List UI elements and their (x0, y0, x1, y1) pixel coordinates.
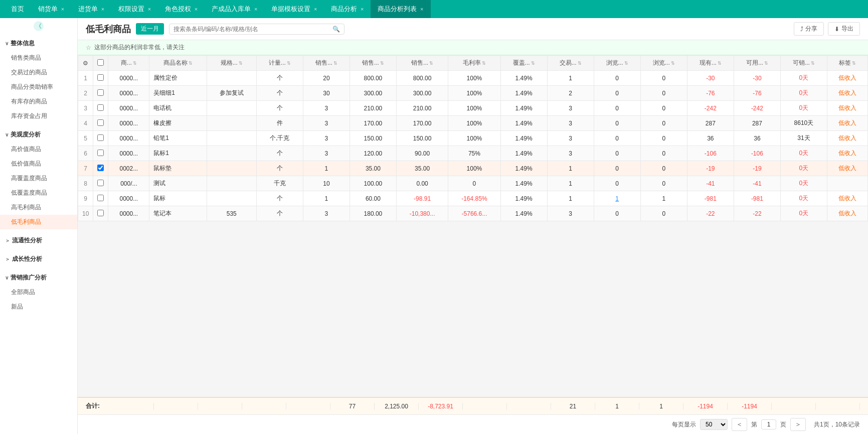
th-gross-margin[interactable]: 毛利率 ⇅ (448, 56, 500, 71)
time-filter-btn[interactable]: 近一月 (136, 23, 164, 35)
sidebar-section-growth-title[interactable]: ＞ 成长性分析 (0, 252, 77, 266)
row-checkbox-cell[interactable] (93, 206, 108, 221)
row-checkbox[interactable] (97, 210, 104, 216)
sidebar-section-aesthetic-title[interactable]: ∨ 美观度分析 (0, 127, 77, 142)
nav-analysis-list[interactable]: 商品分析列表 × (371, 0, 430, 18)
sidebar-section-growth: ＞ 成长性分析 (0, 250, 77, 268)
sidebar-item-stock-goods[interactable]: 有库存的商品 (0, 94, 77, 109)
sidebar-section-circulation-title[interactable]: ＞ 流通性分析 (0, 233, 77, 248)
nav-sales[interactable]: 销货单 × (31, 0, 71, 18)
nav-templates[interactable]: 单据模板设置 × (264, 0, 324, 18)
th-sale-amount[interactable]: 销售... ⇅ (396, 56, 448, 71)
page-size-select[interactable]: 50 100 200 (700, 419, 728, 430)
arrow-icon-3: ＞ (5, 237, 10, 244)
sidebar-collapse-btn[interactable]: 《 (34, 21, 44, 31)
th-browse-count[interactable]: 浏览... ⇅ (594, 56, 640, 71)
sidebar-section-marketing-title[interactable]: ∨ 营销推广分析 (0, 270, 77, 285)
row-current-stock: 36 (687, 131, 734, 146)
row-code: 0000... (108, 101, 149, 116)
search-icon[interactable]: 🔍 (332, 26, 340, 33)
nav-roles[interactable]: 角色授权 × (158, 0, 205, 18)
row-checkbox[interactable] (97, 119, 104, 126)
sidebar-item-low-margin[interactable]: 低毛利商品 (0, 215, 77, 229)
nav-purchase[interactable]: 进货单 × (71, 0, 111, 18)
th-settings[interactable]: ⚙ (78, 56, 93, 71)
nav-sales-close[interactable]: × (61, 6, 64, 12)
prev-page-btn[interactable]: ＜ (732, 418, 747, 431)
share-btn[interactable]: ⤴ 分享 (794, 22, 824, 36)
row-checkbox-cell[interactable] (93, 161, 108, 176)
row-checkbox-cell[interactable] (93, 71, 108, 86)
row-sellable-days: 0天 (780, 206, 827, 221)
th-tag[interactable]: 标签 ⇅ (827, 56, 867, 71)
row-checkbox[interactable] (97, 195, 104, 201)
row-browse-count: 0 (594, 206, 640, 221)
sidebar-item-all-goods[interactable]: 全部商品 (0, 285, 77, 300)
search-input[interactable] (173, 26, 329, 33)
row-checkbox-cell[interactable] (93, 131, 108, 146)
row-unit: 个 (256, 191, 303, 206)
row-checkbox[interactable] (97, 180, 104, 186)
row-checkbox[interactable] (97, 165, 104, 171)
row-checkbox-cell[interactable] (93, 176, 108, 191)
th-spec[interactable]: 规格... ⇅ (207, 56, 256, 71)
sidebar-item-high-value[interactable]: 高价值商品 (0, 142, 77, 157)
nav-analysis-close[interactable]: × (361, 6, 364, 12)
nav-products[interactable]: 产成品入库单 × (205, 0, 264, 18)
row-browse-count: 0 (594, 101, 640, 116)
th-browse-rate[interactable]: 浏览... ⇅ (640, 56, 687, 71)
sidebar-section-overall-title[interactable]: ∨ 整体信息 (0, 36, 77, 51)
nav-permissions-close[interactable]: × (148, 6, 151, 12)
nav-purchase-close[interactable]: × (101, 6, 104, 12)
row-checkbox-cell[interactable] (93, 101, 108, 116)
row-checkbox[interactable] (97, 104, 104, 111)
th-trade-count[interactable]: 交易... ⇅ (547, 56, 594, 71)
row-checkbox-cell[interactable] (93, 86, 108, 101)
row-checkbox-cell[interactable] (93, 116, 108, 131)
sidebar-item-low-value[interactable]: 低价值商品 (0, 157, 77, 171)
th-unit[interactable]: 计量... ⇅ (256, 56, 303, 71)
row-available-stock: -76 (734, 86, 780, 101)
row-sellable-days: 0天 (780, 86, 827, 101)
row-checkbox[interactable] (97, 74, 104, 81)
nav-templates-close[interactable]: × (314, 6, 317, 12)
sidebar-item-low-coverage[interactable]: 低覆盖度商品 (0, 186, 77, 200)
th-code[interactable]: 商... ⇅ (108, 56, 149, 71)
nav-roles-close[interactable]: × (195, 6, 198, 12)
nav-analysis-list-close[interactable]: × (420, 6, 423, 12)
row-sale-price: 180.00 (350, 206, 396, 221)
row-unit: 个 (256, 86, 303, 101)
sidebar-item-new-goods[interactable]: 新品 (0, 300, 77, 314)
row-checkbox-cell[interactable] (93, 146, 108, 161)
row-checkbox[interactable] (97, 134, 104, 141)
browse-link[interactable]: 1 (615, 195, 619, 202)
sidebar-item-sales-goods[interactable]: 销售类商品 (0, 51, 77, 65)
sidebar-item-traded-goods[interactable]: 交易过的商品 (0, 65, 77, 80)
browse-count-val: 0 (615, 75, 619, 82)
th-sellable-days[interactable]: 可销... ⇅ (780, 56, 827, 71)
sidebar-item-stock-capital[interactable]: 库存资金占用 (0, 109, 77, 123)
th-current-stock[interactable]: 现有... ⇅ (687, 56, 734, 71)
row-browse-count: 0 (594, 161, 640, 176)
sidebar-item-high-coverage[interactable]: 高覆盖度商品 (0, 171, 77, 186)
row-current-stock: -22 (687, 206, 734, 221)
row-checkbox-cell[interactable] (93, 191, 108, 206)
th-name[interactable]: 商品名称 ⇅ (149, 56, 207, 71)
row-checkbox[interactable] (97, 150, 104, 156)
th-coverage[interactable]: 覆盖... ⇅ (500, 56, 547, 71)
th-sale-qty[interactable]: 销售... ⇅ (303, 56, 350, 71)
select-all-checkbox[interactable] (97, 59, 104, 66)
th-available-stock[interactable]: 可用... ⇅ (734, 56, 780, 71)
nav-permissions[interactable]: 权限设置 × (111, 0, 158, 18)
next-page-btn[interactable]: ＞ (790, 418, 806, 431)
row-checkbox[interactable] (97, 89, 104, 96)
sidebar-item-category-rate[interactable]: 商品分类助销率 (0, 80, 77, 94)
export-btn[interactable]: ⬇ 导出 (828, 22, 860, 36)
th-checkbox[interactable] (93, 56, 108, 71)
sidebar-item-high-margin[interactable]: 高毛利商品 (0, 200, 77, 215)
row-available-stock: -242 (734, 101, 780, 116)
nav-analysis[interactable]: 商品分析 × (324, 0, 371, 18)
th-sale-price[interactable]: 销售... ⇅ (350, 56, 396, 71)
nav-products-close[interactable]: × (254, 6, 257, 12)
nav-home[interactable]: 首页 (4, 0, 31, 18)
